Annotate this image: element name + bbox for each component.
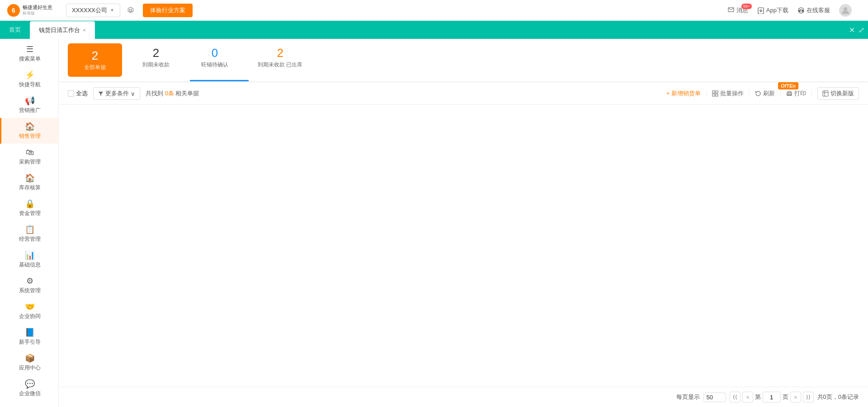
company-dropdown-arrow: ▼ [110, 8, 114, 13]
message-button[interactable]: 消息 99+ [727, 6, 748, 14]
message-badge: 99+ [741, 4, 752, 9]
add-sales-order-button[interactable]: + 新增销货单 [666, 89, 701, 98]
settings-button[interactable] [124, 4, 137, 17]
switch-label: 切换新版 [830, 89, 854, 98]
sidebar-item-app-center[interactable]: 📦 应用中心 [0, 350, 58, 375]
toolbar-right: + 新增销货单 批量操作 刷新 打印 [666, 87, 859, 100]
page-suffix: 页 [783, 393, 788, 401]
stats-row: 2 全部单据 2 到期未收款 0 旺铺待确认 2 到期未收款 已出库 [59, 39, 868, 82]
often-badge: OfTEn [778, 82, 798, 89]
sidebar-item-system[interactable]: ⚙ 系统管理 [0, 272, 58, 298]
svg-point-4 [802, 10, 803, 11]
quick-nav-icon: ⚡ [25, 71, 35, 79]
sidebar-item-basic-info[interactable]: 📊 基础信息 [0, 247, 58, 272]
sidebar-item-purchase[interactable]: 🛍 采购管理 [0, 144, 58, 169]
search-menu-icon: ☰ [26, 45, 33, 53]
found-text: 共找到 0条 相关单据 [146, 89, 199, 98]
per-page-select[interactable]: 50 20 100 [703, 393, 726, 402]
first-page-button[interactable]: ⟨⟨ [730, 392, 741, 402]
app-download-label: App下载 [766, 6, 788, 14]
tab-close-icon[interactable]: × [83, 27, 86, 33]
stat-card-shipped[interactable]: 2 到期未收款 已出库 [249, 39, 321, 81]
select-all-checkbox[interactable]: 全选 [68, 89, 88, 98]
switch-version-button[interactable]: 切换新版 [817, 87, 859, 100]
filter-button[interactable]: 更多条件 ∨ [93, 87, 140, 100]
sidebar-label-basic-info: 基础信息 [19, 261, 41, 269]
top-header: 6 畅捷通好生意 标准版 XXXXXX公司 ▼ 体验行业方案 消息 99+ Ap… [0, 0, 868, 21]
sidebar-item-finance[interactable]: 🔒 资金管理 [0, 195, 58, 221]
stat-card-wangpu[interactable]: 0 旺铺待确认 [190, 39, 249, 81]
sidebar-label-quick-nav: 快捷导航 [19, 81, 41, 89]
last-page-button[interactable]: ⟩⟩ [803, 392, 814, 402]
select-all-label: 全选 [76, 89, 88, 98]
refresh-button[interactable]: 刷新 [755, 89, 775, 98]
svg-rect-12 [823, 91, 828, 96]
divider-1 [706, 90, 707, 97]
tab-restore-icon[interactable]: ✕ [849, 26, 855, 34]
app-center-icon: 📦 [25, 354, 35, 362]
company-selector[interactable]: XXXXXX公司 ▼ [66, 4, 120, 17]
print-label: 打印 [794, 89, 806, 98]
tab-maximize-icon[interactable]: ⤢ [859, 26, 864, 34]
print-button[interactable]: 打印 [786, 89, 806, 98]
trial-button[interactable]: 体验行业方案 [143, 4, 193, 17]
sidebar-item-guide[interactable]: 📘 新手引导 [0, 324, 58, 350]
tab-workbench-label: 钱货日清工作台 [39, 26, 80, 34]
guide-icon: 📘 [25, 328, 35, 337]
stat-number-overdue: 2 [153, 46, 159, 60]
stat-card-all[interactable]: 2 全部单据 [68, 43, 122, 77]
divider-2 [749, 90, 750, 97]
svg-point-5 [844, 7, 847, 11]
sidebar-label-marketing: 营销推广 [19, 107, 41, 114]
online-service-label: 在线客服 [807, 6, 830, 14]
company-name: XXXXXX公司 [72, 6, 107, 14]
svg-point-3 [799, 10, 801, 11]
tab-home-label: 首页 [9, 26, 21, 34]
batch-label: 批量操作 [720, 89, 744, 98]
sales-icon: 🏠 [25, 122, 35, 131]
sidebar-label-wechat: 企业微信 [19, 390, 41, 398]
refresh-label: 刷新 [763, 89, 775, 98]
svg-rect-8 [712, 94, 715, 96]
batch-operation-button[interactable]: 批量操作 [712, 89, 744, 98]
tab-home[interactable]: 首页 [0, 21, 30, 39]
next-page-button[interactable]: ＞ [790, 392, 801, 402]
basic-info-icon: 📊 [25, 251, 35, 259]
svg-rect-9 [716, 94, 718, 96]
pagination-bar: 每页显示 50 20 100 ⟨⟨ ＜ 第 页 ＞ ⟩⟩ 共0页，0条记录 [59, 387, 868, 407]
sidebar-item-operations[interactable]: 📋 经营管理 [0, 221, 58, 247]
stat-card-overdue[interactable]: 2 到期未收款 [131, 39, 190, 81]
stat-label-overdue: 到期未收款 [142, 61, 170, 69]
tab-workbench[interactable]: 钱货日清工作台 × [30, 21, 95, 39]
sidebar-label-finance: 资金管理 [19, 210, 41, 217]
page-number-input[interactable] [763, 392, 781, 402]
sidebar-item-enterprise[interactable]: 🤝 企业协同 [0, 298, 58, 324]
main-layout: ☰ 搜索菜单 ⚡ 快捷导航 📢 营销推广 🏠 销售管理 🛍 采购管理 🏠 库存核… [0, 39, 868, 407]
sidebar-label-app-center: 应用中心 [19, 364, 41, 372]
sidebar-label-purchase: 采购管理 [19, 158, 41, 166]
online-service-button[interactable]: 在线客服 [797, 6, 830, 14]
sidebar-item-marketing[interactable]: 📢 营销推广 [0, 92, 58, 118]
content-area: 2 全部单据 2 到期未收款 0 旺铺待确认 2 到期未收款 已出库 全选 [59, 39, 868, 407]
sidebar-item-search-menu[interactable]: ☰ 搜索菜单 [0, 41, 58, 66]
logo-text: 畅捷通好生意 [23, 4, 52, 10]
per-page-selector[interactable]: 50 20 100 [703, 393, 726, 402]
app-download-button[interactable]: App下载 [757, 6, 788, 14]
marketing-icon: 📢 [25, 97, 35, 105]
toolbar: 全选 更多条件 ∨ 共找到 0条 相关单据 + 新增销货单 批量操作 [59, 83, 868, 105]
tab-controls: ✕ ⤢ [849, 26, 864, 34]
prev-page-button[interactable]: ＜ [742, 392, 753, 402]
inventory-icon: 🏠 [25, 174, 35, 182]
wechat-icon: 💬 [25, 380, 35, 388]
sidebar-item-quick-nav[interactable]: ⚡ 快捷导航 [0, 66, 58, 92]
sidebar-label-enterprise: 企业协同 [19, 313, 41, 320]
avatar[interactable] [839, 4, 852, 17]
sidebar-item-wechat[interactable]: 💬 企业微信 [0, 375, 58, 401]
found-suffix: 相关单据 [175, 90, 199, 97]
sidebar-item-inventory[interactable]: 🏠 库存核算 [0, 169, 58, 195]
filter-label: 更多条件 [105, 89, 129, 98]
sidebar-item-sales[interactable]: 🏠 销售管理 [0, 118, 58, 144]
stat-label-shipped: 到期未收款 已出库 [258, 61, 302, 69]
sidebar-item-member[interactable]: ◇ 畅会员 [0, 401, 58, 407]
total-info: 共0页，0条记录 [817, 393, 859, 401]
